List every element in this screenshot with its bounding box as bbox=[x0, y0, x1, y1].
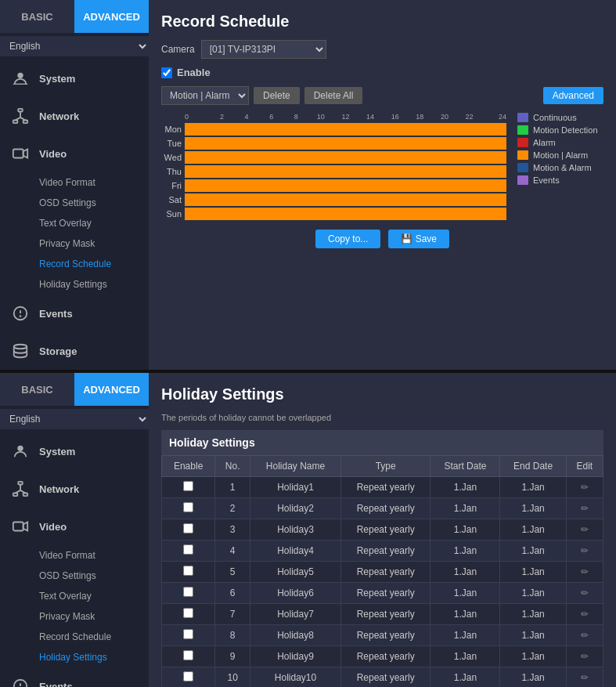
camera-select[interactable]: [01] TV-IP313PI bbox=[201, 40, 326, 59]
holiday-enable-1 bbox=[162, 477, 215, 498]
holiday-end-5: 1.Jan bbox=[500, 562, 566, 583]
bottom-sub-text-overlay[interactable]: Text Overlay bbox=[39, 586, 149, 606]
bottom-events-icon bbox=[9, 675, 31, 687]
edit-icon-8[interactable]: ✏ bbox=[581, 630, 589, 641]
holiday-checkbox-3[interactable] bbox=[183, 523, 193, 533]
holiday-start-4: 1.Jan bbox=[430, 541, 500, 562]
top-sidebar-network[interactable]: Network bbox=[0, 97, 149, 135]
holiday-checkbox-2[interactable] bbox=[183, 502, 193, 512]
holiday-checkbox-10[interactable] bbox=[183, 671, 193, 682]
bottom-sidebar-network[interactable]: Network bbox=[0, 470, 149, 508]
bottom-tab-advanced[interactable]: ADVANCED bbox=[74, 373, 149, 406]
holiday-start-8: 1.Jan bbox=[430, 625, 500, 646]
time-track-sun[interactable] bbox=[185, 208, 506, 220]
top-sidebar-events[interactable]: Events bbox=[0, 295, 149, 332]
edit-icon-7[interactable]: ✏ bbox=[581, 609, 589, 620]
schedule-left: 0 2 4 6 8 10 12 14 16 18 20 22 24 MonTue… bbox=[161, 113, 506, 222]
top-tab-advanced[interactable]: ADVANCED bbox=[74, 0, 149, 33]
time-bar-sun bbox=[185, 208, 506, 220]
time-bar-tue bbox=[185, 137, 506, 150]
top-sidebar-system[interactable]: System bbox=[0, 60, 149, 97]
edit-icon-10[interactable]: ✏ bbox=[581, 672, 589, 683]
legend-label-2: Alarm bbox=[533, 138, 556, 147]
copy-to-button[interactable]: Copy to... bbox=[315, 230, 380, 248]
bottom-sub-video-format[interactable]: Video Format bbox=[39, 545, 149, 566]
top-sub-holiday[interactable]: Holiday Settings bbox=[39, 274, 149, 295]
top-sidebar-video-sub: Video Format OSD Settings Text Overlay P… bbox=[0, 172, 149, 295]
time-bar-mon bbox=[185, 123, 506, 136]
time-track-fri[interactable] bbox=[185, 179, 506, 192]
enable-checkbox[interactable] bbox=[161, 67, 172, 78]
holiday-checkbox-8[interactable] bbox=[183, 629, 193, 639]
top-sub-privacy[interactable]: Privacy Mask bbox=[39, 233, 149, 254]
top-tab-basic[interactable]: BASIC bbox=[0, 0, 74, 33]
holiday-checkbox-9[interactable] bbox=[183, 650, 193, 660]
edit-icon-1[interactable]: ✏ bbox=[581, 482, 589, 493]
bottom-tab-basic[interactable]: BASIC bbox=[0, 373, 74, 406]
holiday-type-8: Repeat yearly bbox=[341, 625, 430, 646]
holiday-checkbox-5[interactable] bbox=[183, 566, 193, 576]
top-sidebar-video[interactable]: Video bbox=[0, 135, 149, 172]
edit-icon-5[interactable]: ✏ bbox=[581, 566, 589, 577]
bottom-sub-holiday[interactable]: Holiday Settings bbox=[39, 647, 149, 667]
advanced-button[interactable]: Advanced bbox=[543, 87, 603, 104]
bottom-system-label: System bbox=[39, 446, 75, 457]
holiday-enable-3 bbox=[162, 519, 215, 541]
bottom-network-label: Network bbox=[39, 483, 79, 495]
time-track-thu[interactable] bbox=[185, 165, 506, 178]
time-track-sat[interactable] bbox=[185, 193, 506, 206]
schedule-row-fri: Fri bbox=[161, 179, 506, 192]
bottom-sidebar-video[interactable]: Video bbox=[0, 508, 149, 545]
bottom-sub-privacy[interactable]: Privacy Mask bbox=[39, 606, 149, 627]
time-track-tue[interactable] bbox=[185, 137, 506, 150]
bottom-lang-select[interactable]: English bbox=[0, 409, 149, 429]
bottom-sidebar-system[interactable]: System bbox=[0, 432, 149, 470]
save-button-top[interactable]: 💾 Save bbox=[388, 230, 449, 248]
edit-icon-4[interactable]: ✏ bbox=[581, 545, 589, 556]
top-sub-osd[interactable]: OSD Settings bbox=[39, 193, 149, 213]
holiday-checkbox-6[interactable] bbox=[183, 587, 193, 597]
edit-icon-9[interactable]: ✏ bbox=[581, 651, 589, 662]
legend-label-4: Motion & Alarm bbox=[533, 163, 592, 172]
top-sidebar-storage[interactable]: Storage bbox=[0, 332, 149, 370]
legend-label-0: Continuous bbox=[533, 113, 577, 122]
holiday-checkbox-4[interactable] bbox=[183, 544, 193, 555]
holiday-edit-10: ✏ bbox=[566, 667, 603, 688]
top-sub-text-overlay[interactable]: Text Overlay bbox=[39, 213, 149, 233]
holiday-type-5: Repeat yearly bbox=[341, 562, 430, 583]
svg-point-13 bbox=[14, 345, 27, 349]
holiday-no-4: 4 bbox=[215, 541, 250, 562]
delete-all-button[interactable]: Delete All bbox=[304, 87, 363, 104]
holiday-checkbox-7[interactable] bbox=[183, 608, 193, 618]
time-track-mon[interactable] bbox=[185, 123, 506, 136]
holiday-table-body: 1Holiday1Repeat yearly1.Jan1.Jan✏2Holida… bbox=[162, 477, 603, 688]
svg-point-12 bbox=[20, 316, 21, 316]
table-row: 7Holiday7Repeat yearly1.Jan1.Jan✏ bbox=[162, 604, 603, 625]
top-events-label: Events bbox=[39, 308, 73, 320]
time-track-wed[interactable] bbox=[185, 151, 506, 164]
edit-icon-2[interactable]: ✏ bbox=[581, 503, 589, 514]
svg-marker-9 bbox=[23, 150, 27, 158]
holiday-enable-8 bbox=[162, 625, 215, 646]
top-sub-video-format[interactable]: Video Format bbox=[39, 172, 149, 193]
bottom-sub-osd[interactable]: OSD Settings bbox=[39, 566, 149, 586]
legend-item-3: Motion | Alarm bbox=[517, 150, 603, 160]
schedule-type-select[interactable]: Motion | Alarm bbox=[161, 86, 249, 105]
holiday-type-7: Repeat yearly bbox=[341, 604, 430, 625]
bottom-sub-record-schedule[interactable]: Record Schedule bbox=[39, 627, 149, 647]
bottom-sidebar-events[interactable]: Events bbox=[0, 667, 149, 687]
holiday-checkbox-1[interactable] bbox=[183, 481, 193, 491]
holiday-start-2: 1.Jan bbox=[430, 498, 500, 519]
holiday-type-2: Repeat yearly bbox=[341, 498, 430, 519]
holiday-no-7: 7 bbox=[215, 604, 250, 625]
edit-icon-3[interactable]: ✏ bbox=[581, 524, 589, 535]
delete-button[interactable]: Delete bbox=[254, 87, 300, 104]
top-storage-label: Storage bbox=[39, 345, 77, 357]
top-sub-record-schedule[interactable]: Record Schedule bbox=[39, 254, 149, 274]
top-lang-select[interactable]: English bbox=[0, 36, 149, 56]
bottom-page-title: Holiday Settings bbox=[161, 385, 603, 403]
holiday-end-6: 1.Jan bbox=[500, 583, 566, 604]
bottom-events-label: Events bbox=[39, 681, 73, 688]
edit-icon-6[interactable]: ✏ bbox=[581, 588, 589, 598]
holiday-end-2: 1.Jan bbox=[500, 498, 566, 519]
